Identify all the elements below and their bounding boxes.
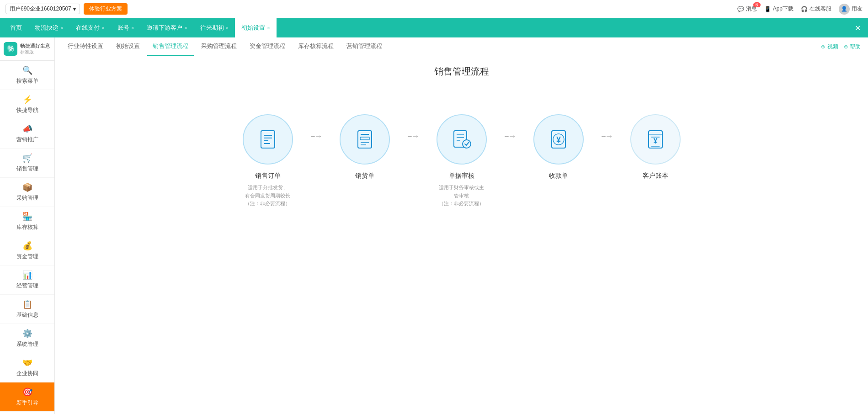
sidebar-item-purchase[interactable]: 📦 采购管理	[0, 178, 54, 207]
logo-title: 畅捷通好生意	[20, 42, 50, 49]
nav-item-payment[interactable]: 在线支付 ×	[69, 18, 111, 37]
nav-label-home: 首页	[10, 24, 22, 32]
operation-icon: 📊	[22, 270, 32, 280]
tab-marketing-flow[interactable]: 营销管理流程	[341, 37, 388, 56]
nav-close-payment[interactable]: ×	[101, 25, 104, 31]
app-download-button[interactable]: 📱 App下载	[764, 5, 793, 13]
main-layout: 畅 畅捷通好生意 标准版 🔍 搜索菜单 ⚡ 快捷导航 📣 营销推广 🛒 销售管理…	[0, 37, 868, 414]
page-content: 销售管理流程 销售订单 适用于分批发货、有合同	[55, 56, 868, 414]
nav-label-invite: 邀请下游客户	[147, 24, 182, 32]
sidebar-item-shortcut[interactable]: ⚡ 快捷导航	[0, 90, 54, 119]
nav-item-invite[interactable]: 邀请下游客户 ×	[140, 18, 193, 37]
logo-text-block: 畅捷通好生意 标准版	[20, 42, 50, 55]
sidebar-item-finance[interactable]: 💰 资金管理	[0, 236, 54, 265]
svg-point-14	[463, 140, 471, 148]
nav-close-account[interactable]: ×	[131, 25, 134, 31]
sidebar-item-inventory[interactable]: 🏪 库存核算	[0, 207, 54, 236]
tab-sales-flow[interactable]: 销售管理流程	[147, 37, 194, 56]
flow-arrow-2: --→	[406, 132, 421, 141]
nav-item-period[interactable]: 往来期初 ×	[194, 18, 235, 37]
logo-icon: 畅	[4, 42, 17, 56]
nav-label-account: 账号	[117, 24, 129, 32]
svg-rect-0	[261, 131, 275, 148]
tab-init-settings[interactable]: 初始设置	[111, 37, 145, 56]
online-service-button[interactable]: 🎧 在线客服	[801, 5, 831, 13]
sidebar-item-guide[interactable]: 🎯 新手引导	[0, 382, 54, 412]
dropdown-icon: ▾	[73, 6, 76, 12]
sidebar-item-marketing[interactable]: 📣 营销推广	[0, 119, 54, 149]
marketing-icon: 📣	[22, 124, 32, 134]
user-selector[interactable]: 用户690企业1660120507 ▾	[5, 4, 80, 14]
shortcut-icon: ⚡	[22, 95, 32, 105]
tab-purchase-flow[interactable]: 采购管理流程	[196, 37, 242, 56]
sidebar-item-appcenter[interactable]: 📱 应用中心	[0, 412, 54, 414]
dashed-arrow-icon-2: --→	[408, 132, 419, 141]
message-icon: 💬	[737, 6, 744, 12]
flow-circle-sales-order[interactable]	[243, 114, 293, 165]
tab-label-sales-flow: 销售管理流程	[153, 42, 188, 49]
sidebar-item-operation[interactable]: 📊 经营管理	[0, 265, 54, 295]
nav-bar: 首页 物流快递 × 在线支付 × 账号 × 邀请下游客户 × 往来期初 × 初始…	[0, 18, 868, 37]
sidebar-label-guide: 新手引导	[16, 399, 38, 407]
sidebar-item-search[interactable]: 🔍 搜索菜单	[0, 61, 54, 90]
sidebar-label-basic: 基础信息	[16, 311, 38, 319]
flow-circle-audit[interactable]	[437, 114, 487, 165]
flow-circle-receipt[interactable]: ¥	[533, 114, 584, 165]
flow-step-audit: 单据审核 适用于财务审核或主管审核（注：非必要流程）	[421, 114, 503, 208]
purchase-icon: 📦	[22, 182, 32, 192]
flow-circle-invoice[interactable]	[340, 114, 390, 165]
message-button[interactable]: 💬 消息 6	[737, 5, 757, 13]
sidebar-item-basic[interactable]: 📋 基础信息	[0, 295, 54, 324]
nav-close-invite[interactable]: ×	[184, 25, 187, 31]
nav-close-all-button[interactable]: ✕	[851, 24, 864, 32]
flow-arrow-4: --→	[600, 132, 614, 141]
flow-circle-account[interactable]: ¥	[630, 114, 681, 165]
flow-label-audit: 单据审核	[449, 172, 474, 180]
flow-label-invoice: 销货单	[355, 172, 374, 180]
user-display-name: 用友	[852, 5, 863, 13]
tab-label-finance-flow: 资金管理流程	[250, 42, 285, 49]
sidebar-item-collab[interactable]: 🤝 企业协同	[0, 353, 54, 382]
tab-inventory-flow[interactable]: 库存核算流程	[293, 37, 339, 56]
sidebar-item-sales[interactable]: 🛒 销售管理	[0, 149, 54, 178]
flow-label-receipt: 收款单	[549, 172, 568, 180]
video-link[interactable]: ⊙ 视频	[821, 43, 838, 51]
nav-item-account[interactable]: 账号 ×	[111, 18, 140, 37]
help-link[interactable]: ⊙ 帮助	[844, 43, 861, 51]
invoice-icon	[353, 128, 376, 151]
nav-label-logistics: 物流快递	[35, 24, 59, 32]
user-profile-button[interactable]: 👤 用友	[839, 4, 863, 15]
trial-button[interactable]: 体验行业方案	[84, 3, 128, 15]
guide-icon: 🎯	[22, 387, 32, 397]
nav-close-period[interactable]: ×	[226, 25, 229, 31]
sidebar-label-search: 搜索菜单	[16, 77, 38, 85]
sales-order-icon	[256, 128, 279, 151]
sidebar-label-shortcut: 快捷导航	[16, 106, 38, 114]
tab-label-purchase-flow: 采购管理流程	[201, 42, 237, 49]
nav-item-home[interactable]: 首页	[4, 18, 28, 37]
tab-label-inventory-flow: 库存核算流程	[298, 42, 334, 49]
headset-icon: 🎧	[801, 6, 808, 12]
nav-close-logistics[interactable]: ×	[60, 25, 63, 31]
tab-bar-actions: ⊙ 视频 ⊙ 帮助	[821, 43, 861, 51]
flow-desc-sales-order: 适用于分批发货、有合同发货周期较长（注：非必要流程）	[245, 184, 290, 208]
top-header: 用户690企业1660120507 ▾ 体验行业方案 💬 消息 6 📱 App下…	[0, 0, 868, 18]
nav-label-init: 初始设置	[241, 24, 265, 32]
flow-label-account: 客户账本	[643, 172, 668, 180]
nav-item-logistics[interactable]: 物流快递 ×	[28, 18, 69, 37]
sidebar-label-purchase: 采购管理	[16, 194, 38, 202]
sidebar-label-inventory: 库存核算	[16, 223, 38, 231]
tab-finance-flow[interactable]: 资金管理流程	[244, 37, 291, 56]
sidebar-logo: 畅 畅捷通好生意 标准版	[0, 37, 54, 61]
sidebar-label-sales: 销售管理	[16, 165, 38, 173]
sales-icon: 🛒	[22, 153, 32, 163]
avatar: 👤	[839, 4, 850, 15]
nav-item-init[interactable]: 初始设置 ×	[235, 18, 276, 37]
tab-industry-settings[interactable]: 行业特性设置	[62, 37, 109, 56]
nav-close-init[interactable]: ×	[267, 25, 270, 31]
audit-icon	[450, 128, 473, 151]
search-icon: 🔍	[22, 65, 32, 75]
sidebar-item-system[interactable]: ⚙️ 系统管理	[0, 324, 54, 353]
svg-text:¥: ¥	[556, 135, 560, 144]
sidebar-label-system: 系统管理	[16, 340, 38, 348]
